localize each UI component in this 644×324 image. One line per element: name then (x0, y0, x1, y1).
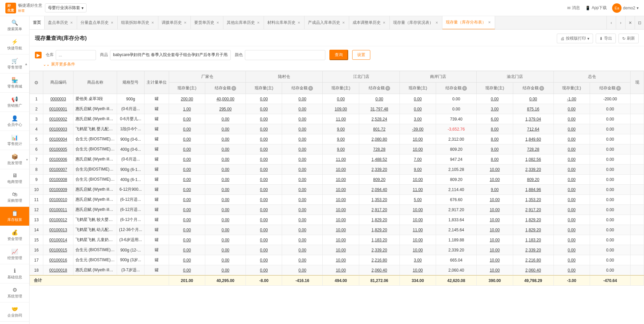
expand-toggle-btn[interactable]: ▶ (35, 52, 42, 58)
sidebar-item-system[interactable]: ⚙ 系统管理 (0, 283, 29, 303)
messages-btn[interactable]: ✉ 消息 (567, 5, 580, 11)
cell-code[interactable]: 00100002 (43, 114, 73, 124)
tab-close-stock-single[interactable]: ✕ (69, 20, 73, 25)
tab-home[interactable]: 首页 (30, 16, 45, 30)
cell-name[interactable]: 飞鹤星飞帆 儿童奶粉 4... (73, 235, 117, 245)
sidebar-item-marketing[interactable]: 📢 营销推广 (0, 93, 29, 112)
cell-code[interactable]: 00100016 (43, 255, 73, 265)
tab-prev-btn[interactable]: ‹ (606, 16, 616, 30)
sidebar-item-retail-stats[interactable]: 📊 零售统计 (0, 131, 29, 150)
sidebar-item-search[interactable]: 🔍 搜索英单 (0, 16, 29, 35)
tab-close-cost-adjust[interactable]: ✕ (382, 20, 386, 25)
tab-material-out[interactable]: 材料出库单历史 ✕ (264, 16, 305, 30)
tab-close-material-out[interactable]: ✕ (297, 20, 301, 25)
btn-export[interactable]: ⬇ 导出 (596, 34, 616, 43)
tab-close-order[interactable]: ✕ (216, 20, 220, 25)
cell-code[interactable]: 00100003 (43, 124, 73, 134)
cell-name[interactable]: 惠氏启赋 (Wyeth illu... (73, 114, 117, 124)
cell-code[interactable]: 00100009 (43, 185, 73, 195)
info-icon[interactable]: ① (616, 86, 621, 91)
tab-split-stock[interactable]: 分量盘点单历史 ✕ (77, 16, 118, 30)
tab-order[interactable]: 要货单历史 ✕ (191, 16, 223, 30)
tab-close-product-in[interactable]: ✕ (341, 20, 345, 25)
cell-code[interactable]: 00100010 (43, 195, 73, 205)
app-download-btn[interactable]: 📱 App下载 (585, 5, 607, 11)
cell-code[interactable]: 00100001 (43, 104, 73, 114)
query-btn[interactable]: 查询 (329, 50, 348, 60)
cell-code[interactable]: 00100011 (43, 205, 73, 215)
tab-close-all-btn[interactable]: ✕ (625, 16, 635, 30)
cell-name[interactable]: 惠氏启赋 (Wyeth illu... (73, 205, 117, 215)
sidebar-item-wholesale[interactable]: 📦 批发管理 ▾ (0, 150, 29, 169)
info-icon[interactable]: ① (385, 86, 390, 91)
tab-other-out[interactable]: 其他出库单历史 ✕ (223, 16, 264, 30)
tab-close-group-split[interactable]: ✕ (151, 20, 155, 25)
color-input[interactable] (245, 50, 325, 60)
tab-stock-single[interactable]: 盘点单历史 ✕ (45, 16, 77, 30)
tab-stock-dist[interactable]: 现存量（库存分布表） ✕ (442, 16, 495, 30)
sidebar-item-cooperation[interactable]: 🤝 企业协同 (0, 303, 29, 322)
info-icon[interactable]: ① (462, 86, 467, 91)
cell-name[interactable]: 合生元 (BIOSTIME) ... (73, 245, 117, 255)
cell-name[interactable]: 惠氏启赋 (Wyeth illu... (73, 195, 117, 205)
sidebar-item-ecommerce[interactable]: 🖥 电商管理 (0, 169, 29, 188)
tab-expand-btn[interactable]: ⊡ (635, 16, 644, 30)
tab-cost-adjust[interactable]: 成本调整单历史 ✕ (349, 16, 390, 30)
tab-adjust[interactable]: 调拨单历史 ✕ (158, 16, 191, 30)
cell-name[interactable]: 飞鹤星飞帆 幼儿配方奶... (73, 225, 117, 235)
th-gear[interactable]: ⚙ (30, 71, 43, 94)
user-menu[interactable]: Ea demo2 ▾ (612, 3, 639, 13)
expand-more-btn[interactable]: ⌄⌄ 展开更多条件 (43, 61, 639, 67)
cell-code[interactable]: 00100007 (43, 165, 73, 175)
cell-name[interactable]: 合生元 (BIOSTIME) ... (73, 144, 117, 154)
tab-product-in[interactable]: 产成品入库单历史 ✕ (305, 16, 349, 30)
tab-close-stock-dist[interactable]: ✕ (487, 20, 491, 25)
cell-code[interactable]: 00100012 (43, 215, 73, 225)
sidebar-item-retail-mgmt[interactable]: 🛒 零售管理 ▲ (0, 54, 29, 74)
tab-group-split[interactable]: 组装拆卸单历史 ✕ (118, 16, 158, 30)
cell-code[interactable]: 00100004 (43, 134, 73, 144)
tab-stock-status[interactable]: 现存量（库存状况表） ✕ (390, 16, 442, 30)
product-input[interactable] (110, 50, 231, 60)
cell-code[interactable]: 00100005 (43, 144, 73, 154)
sidebar-item-finance[interactable]: 💰 资金管理 (0, 226, 29, 245)
sidebar-item-operation[interactable]: 📈 经营管理 (0, 245, 29, 264)
info-icon[interactable]: ① (231, 86, 236, 91)
tab-close-split-stock[interactable]: ✕ (110, 20, 114, 25)
cell-name[interactable]: 惠氏启赋 (Wyeth illu... (73, 185, 117, 195)
sidebar-item-retail-store[interactable]: 🏪 零售商城 (0, 74, 29, 93)
info-icon[interactable]: ① (539, 86, 544, 91)
cell-code[interactable]: 00100006 (43, 154, 73, 165)
cell-code[interactable]: 00100015 (43, 245, 73, 255)
tab-close-stock-status[interactable]: ✕ (435, 20, 439, 25)
sidebar-item-guide[interactable]: 🎯 新手引导 (0, 322, 29, 324)
btn-print[interactable]: 🖨 按模版打印 ▾ (557, 34, 593, 43)
cell-code[interactable]: 00100013 (43, 225, 73, 235)
cell-name[interactable]: 合生元 (BIOSTIME) ... (73, 134, 117, 144)
cell-code[interactable]: 00100014 (43, 235, 73, 245)
sidebar-item-purchase[interactable]: 🛍 采购管理 (0, 188, 29, 207)
cell-name[interactable]: 惠氏启赋 (Wyeth illu... (73, 104, 117, 114)
warehouse-input[interactable] (56, 50, 96, 60)
cell-code[interactable]: 00100008 (43, 175, 73, 185)
cell-name[interactable]: 合生元(BIOSTIME)派... (73, 165, 117, 175)
tab-close-other-out[interactable]: ✕ (256, 20, 260, 25)
cell-name[interactable]: 飞鹤星飞帆 婴儿配方奶... (73, 124, 117, 134)
industry-selector[interactable]: 母婴行业演示陈套 ▾ (45, 3, 87, 12)
cell-name[interactable]: 飞鹤星飞帆 较大婴儿配... (73, 215, 117, 225)
sidebar-item-shortcut[interactable]: ⚡ 快捷导航 (0, 35, 29, 54)
info-icon[interactable]: ① (308, 86, 313, 91)
cell-name[interactable]: 爱他美 桌萃3段 (73, 94, 117, 104)
sidebar-item-basic-info[interactable]: ℹ 基础信息 (0, 264, 29, 283)
cell-name[interactable]: 惠氏启赋 (Wyeth illu... (73, 265, 117, 276)
sidebar-item-member[interactable]: 👤 会员中心 (0, 112, 29, 131)
cell-code[interactable]: 00100018 (43, 265, 73, 276)
table-container[interactable]: ⚙ 商品编码 商品名称 规格型号 主计量单位 厂家仓 陆村仓 江北门店 南岸门店… (30, 71, 644, 324)
sidebar-item-inventory[interactable]: 📋 库存核算 (0, 207, 29, 226)
cell-name[interactable]: 惠氏启赋 (Wyeth illu... (73, 154, 117, 165)
tab-next-btn[interactable]: › (616, 16, 625, 30)
btn-refresh[interactable]: ↻ 刷新 (619, 34, 639, 43)
cell-name[interactable]: 合生元 (BIOSTIME) ... (73, 175, 117, 185)
gear-icon[interactable]: ⚙ (34, 80, 39, 85)
tab-close-adjust[interactable]: ✕ (183, 20, 187, 25)
